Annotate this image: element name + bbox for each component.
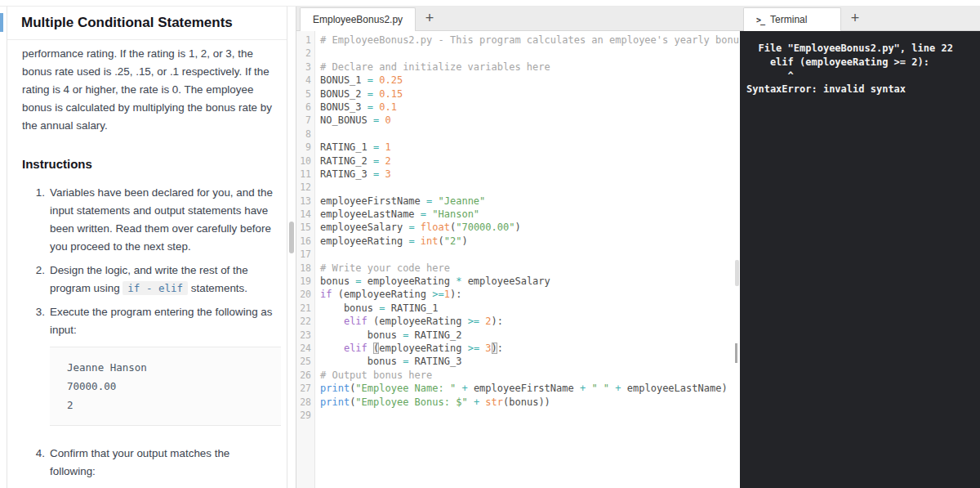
line-number: 9 xyxy=(296,141,315,154)
inline-code-if-elif: if - elif xyxy=(122,281,188,295)
line-number: 18 xyxy=(296,262,315,275)
line-number: 19 xyxy=(296,275,315,288)
code-line[interactable]: 17 xyxy=(296,248,740,261)
code-line[interactable]: 1# EmployeeBonus2.py - This program calc… xyxy=(296,34,740,47)
code-line[interactable]: 16employeeRating = int("2") xyxy=(296,235,740,248)
code-text: elif (employeeRating >= 2): xyxy=(315,315,740,328)
code-text: # Output bonus here xyxy=(315,369,740,382)
editor-scrollbar-thumb-secondary[interactable] xyxy=(735,343,737,363)
tab-terminal[interactable]: >_ Terminal xyxy=(743,7,841,31)
terminal-output[interactable]: File "EmployeeBonus2.py", line 22 elif (… xyxy=(740,31,980,488)
line-number: 2 xyxy=(296,47,315,60)
line-number: 10 xyxy=(296,154,315,168)
list-item-number: 3. xyxy=(31,303,45,439)
code-text: bonus = RATING_1 xyxy=(315,302,740,315)
code-line[interactable]: 21 bonus = RATING_1 xyxy=(296,302,740,315)
list-item: 2. Design the logic, and write the rest … xyxy=(31,262,274,298)
step4-text: Confirm that your output matches the fol… xyxy=(50,447,229,477)
code-editor[interactable]: 1# EmployeeBonus2.py - This program calc… xyxy=(296,31,740,488)
list-item-text: Design the logic, and write the rest of … xyxy=(50,262,274,298)
line-number: 26 xyxy=(296,369,315,382)
code-line[interactable]: 6BONUS_3 = 0.1 xyxy=(296,101,740,114)
code-text: employeeSalary = float("70000.00") xyxy=(315,221,740,234)
code-text: # EmployeeBonus2.py - This program calcu… xyxy=(315,34,740,47)
new-terminal-tab-button[interactable]: + xyxy=(841,7,869,30)
terminal-tab-bar: >_ Terminal + xyxy=(740,7,980,31)
code-text: bonus = RATING_3 xyxy=(315,355,740,368)
line-number: 6 xyxy=(296,101,315,114)
line-number: 15 xyxy=(296,221,315,234)
code-line[interactable]: 8 xyxy=(296,128,740,141)
code-text: # Declare and initialize variables here xyxy=(315,60,740,74)
list-item-text: Confirm that your output matches the fol… xyxy=(50,445,274,488)
instructions-list: 1. Variables have been declared for you,… xyxy=(31,184,274,488)
line-number: 5 xyxy=(296,87,315,101)
list-item: 4. Confirm that your output matches the … xyxy=(31,445,274,488)
instructions-body: performance rating. If the rating is 1, … xyxy=(7,40,287,488)
line-number: 16 xyxy=(296,235,315,248)
line-number: 1 xyxy=(296,34,315,47)
input-sample-block: Jeanne Hanson 70000.00 2 xyxy=(50,347,281,426)
code-text: print("Employee Bonus: $" + str(bonus)) xyxy=(315,396,740,409)
code-line[interactable]: 25 bonus = RATING_3 xyxy=(296,355,740,368)
code-text: BONUS_2 = 0.15 xyxy=(315,87,740,101)
step3-text: Execute the program entering the followi… xyxy=(50,306,272,336)
list-item-text: Execute the program entering the followi… xyxy=(50,303,274,439)
code-line[interactable]: 11RATING_3 = 3 xyxy=(296,168,740,181)
line-number: 17 xyxy=(296,248,315,261)
code-line[interactable]: 12 xyxy=(296,181,740,194)
code-line[interactable]: 3# Declare and initialize variables here xyxy=(296,60,740,74)
code-line[interactable]: 9RATING_1 = 1 xyxy=(296,141,740,154)
instructions-scrollbar-track[interactable] xyxy=(287,7,296,488)
line-number: 22 xyxy=(296,315,315,328)
code-line[interactable]: 27print("Employee Name: " + employeeFirs… xyxy=(296,382,740,395)
instructions-scrollbar-thumb[interactable] xyxy=(289,222,294,253)
code-text xyxy=(315,181,740,194)
line-number: 20 xyxy=(296,288,315,301)
new-editor-tab-button[interactable]: + xyxy=(416,7,443,30)
code-line[interactable]: 22 elif (employeeRating >= 2): xyxy=(296,315,740,328)
line-number: 28 xyxy=(296,396,315,409)
editor-tab-label: EmployeeBonus2.py xyxy=(313,14,403,25)
code-line[interactable]: 18# Write your code here xyxy=(296,262,740,275)
code-line[interactable]: 15employeeSalary = float("70000.00") xyxy=(296,221,740,234)
code-line[interactable]: 28print("Employee Bonus: $" + str(bonus)… xyxy=(296,396,740,409)
code-editor-panel: EmployeeBonus2.py + 1# EmployeeBonus2.py… xyxy=(296,7,740,488)
code-text: # Write your code here xyxy=(315,262,740,275)
code-line[interactable]: 14employeeLastName = "Hanson" xyxy=(296,208,740,221)
plus-icon: + xyxy=(425,10,434,27)
editor-scrollbar-thumb[interactable] xyxy=(735,260,739,286)
code-line[interactable]: 10RATING_2 = 2 xyxy=(296,154,740,168)
plus-icon: + xyxy=(851,10,860,27)
terminal-prompt-icon: >_ xyxy=(756,16,764,25)
code-line[interactable]: 13employeeFirstName = "Jeanne" xyxy=(296,195,740,208)
code-lines: 1# EmployeeBonus2.py - This program calc… xyxy=(296,34,740,422)
code-line[interactable]: 29 xyxy=(296,409,740,422)
code-line[interactable]: 4BONUS_1 = 0.25 xyxy=(296,74,740,87)
code-line[interactable]: 23 bonus = RATING_2 xyxy=(296,329,740,342)
code-line[interactable]: 19bonus = employeeRating * employeeSalar… xyxy=(296,275,740,288)
code-text: employeeFirstName = "Jeanne" xyxy=(315,195,740,208)
code-text xyxy=(315,128,740,141)
code-line[interactable]: 24 elif (employeeRating >= 3): xyxy=(296,342,740,355)
main-layout: Multiple Conditional Statements performa… xyxy=(0,7,980,488)
code-line[interactable]: 2 xyxy=(296,47,740,60)
list-item-number: 4. xyxy=(31,445,45,488)
code-text: employeeRating = int("2") xyxy=(315,235,740,248)
top-strip xyxy=(0,0,980,7)
code-line[interactable]: 26# Output bonus here xyxy=(296,369,740,382)
line-number: 3 xyxy=(296,60,315,74)
instructions-panel: Multiple Conditional Statements performa… xyxy=(7,7,287,488)
code-line[interactable]: 20if (employeeRating >=1): xyxy=(296,288,740,301)
line-number: 24 xyxy=(296,342,315,355)
code-text: RATING_3 = 3 xyxy=(315,168,740,181)
line-number: 27 xyxy=(296,382,315,395)
intro-paragraph: performance rating. If the rating is 1, … xyxy=(22,45,274,135)
list-item-number: 2. xyxy=(31,262,45,298)
code-line[interactable]: 7NO_BONUS = 0 xyxy=(296,114,740,127)
line-number: 23 xyxy=(296,329,315,342)
tab-employeebonus2-py[interactable]: EmployeeBonus2.py xyxy=(300,7,416,31)
line-number: 4 xyxy=(296,74,315,87)
code-line[interactable]: 5BONUS_2 = 0.15 xyxy=(296,87,740,101)
line-number: 25 xyxy=(296,355,315,368)
